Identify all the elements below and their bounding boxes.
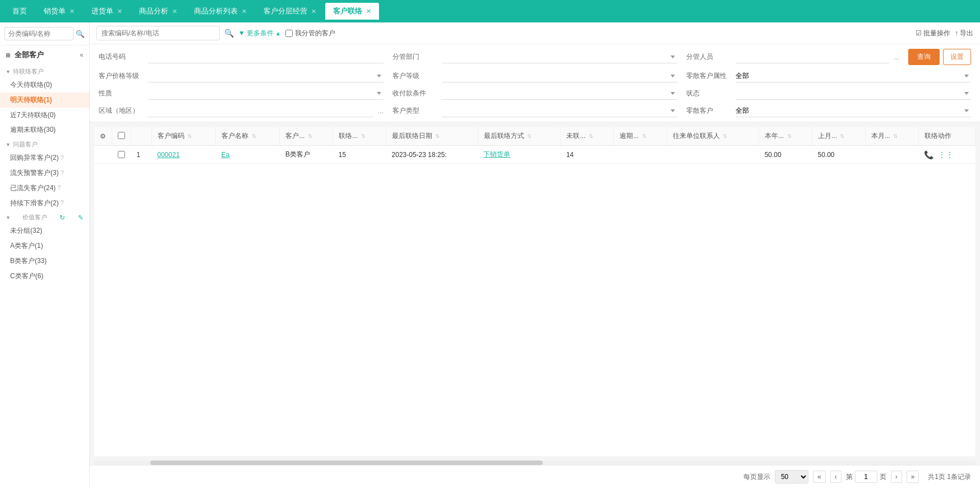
nav-purchase-close[interactable]: ✕	[117, 8, 122, 15]
filter-status-select[interactable]	[736, 87, 971, 100]
filter-retail-customer-select[interactable]: 全部	[736, 104, 971, 117]
nav-sales-close[interactable]: ✕	[70, 8, 75, 15]
query-button[interactable]: 查询	[908, 49, 940, 65]
settings-button[interactable]: 设置	[943, 49, 971, 65]
sort-icon-last-method[interactable]: ⇅	[527, 133, 531, 139]
edit-icon[interactable]: ✎	[78, 214, 84, 222]
filter-dept-row: 分管部门	[392, 49, 677, 65]
action-more-icon[interactable]: ⋮⋮	[938, 150, 954, 159]
filter-retail-attr-select[interactable]: 全部	[736, 70, 971, 82]
sort-icon-type[interactable]: ⇅	[308, 133, 312, 139]
gear-icon[interactable]: ⚙	[100, 132, 106, 140]
sidebar-item-repurchase[interactable]: 回购异常客户(2) ?	[0, 150, 89, 165]
sort-icon-name[interactable]: ⇅	[252, 133, 256, 139]
th-this-year: 本年... ⇅	[759, 127, 812, 146]
filter-customer-level-select[interactable]	[442, 70, 677, 82]
filter-phone-label: 电话号码	[99, 52, 144, 62]
sidebar-item-ungrouped[interactable]: 未分组(32)	[0, 223, 89, 238]
th-last-month: 上月... ⇅	[812, 127, 866, 146]
last-contact-method-link[interactable]: 下销货单	[483, 150, 510, 158]
td-name: Ea	[216, 146, 280, 164]
filter-region-ellipsis[interactable]: ...	[378, 107, 383, 115]
sort-icon-code[interactable]: ⇅	[187, 133, 192, 139]
customer-code-link[interactable]: 000021	[158, 151, 180, 159]
filter-customer-type-select[interactable]	[442, 104, 677, 117]
nav-item-home[interactable]: 首页	[4, 3, 35, 20]
sort-icon-last-date[interactable]: ⇅	[435, 133, 440, 139]
prev-page-btn[interactable]: ‹	[830, 471, 842, 483]
sidebar-item-week[interactable]: 近7天待联络(0)	[0, 108, 89, 123]
filter-region-input[interactable]	[148, 104, 373, 117]
sort-icon-this-year[interactable]: ⇅	[787, 133, 792, 139]
pending-contact-label: 待联络客户	[13, 67, 44, 76]
td-last-contact-method: 下销货单	[478, 146, 561, 164]
filter-region-row: 区域（地区） ...	[99, 104, 383, 117]
th-last-contact-method: 最后联络方式 ⇅	[478, 127, 561, 146]
sort-icon-no-contact[interactable]: ⇅	[589, 133, 593, 139]
sidebar-collapse-icon[interactable]: «	[80, 51, 84, 59]
more-conditions-button[interactable]: ▼ 更多条件 ▲	[238, 29, 281, 38]
page-input[interactable]	[855, 471, 877, 483]
help-icon-repurchase[interactable]: ?	[61, 154, 64, 162]
nav-customer-contact-label: 客户联络	[333, 6, 362, 16]
nav-item-purchase[interactable]: 进货单 ✕	[84, 3, 130, 20]
sort-icon-unit-contact[interactable]: ⇅	[723, 133, 727, 139]
sort-icon-contact[interactable]: ⇅	[361, 133, 366, 139]
next-page-btn[interactable]: ›	[891, 471, 902, 483]
sidebar-item-overdue[interactable]: 逾期未联络(30)	[0, 122, 89, 137]
my-customers-checkbox-label[interactable]: 我分管的客户	[285, 29, 335, 38]
grid-icon: ⊞	[6, 52, 10, 58]
sort-icon-last-month[interactable]: ⇅	[840, 133, 844, 139]
select-all-checkbox[interactable]	[118, 132, 125, 139]
nav-goods-analysis-close[interactable]: ✕	[172, 8, 177, 15]
search-button[interactable]: 🔍	[224, 29, 234, 38]
sidebar-item-tomorrow[interactable]: 明天待联络(1)	[0, 93, 89, 108]
nav-item-customer-tier[interactable]: 客户分层经营 ✕	[256, 3, 324, 20]
horizontal-scrollbar[interactable]	[94, 461, 976, 465]
export-button[interactable]: ↑ 导出	[955, 29, 973, 38]
filter-manager-ellipsis[interactable]: ...	[894, 53, 899, 61]
sidebar-item-today[interactable]: 今天待联络(0)	[0, 77, 89, 93]
refresh-icon[interactable]: ↻	[59, 214, 65, 222]
sort-icon-this-month[interactable]: ⇅	[893, 133, 898, 139]
sidebar-search-icon[interactable]: 🔍	[76, 30, 85, 38]
nav-customer-tier-close[interactable]: ✕	[311, 8, 316, 15]
help-icon-declining[interactable]: ?	[61, 199, 64, 207]
filter-dept-select[interactable]	[442, 50, 677, 63]
nav-goods-analysis-list-close[interactable]: ✕	[242, 8, 247, 15]
sidebar-all-customers[interactable]: ⊞ 全部客户 «	[0, 45, 89, 65]
help-icon-churn[interactable]: ?	[61, 169, 64, 177]
action-phone-icon[interactable]: 📞	[924, 150, 933, 159]
filter-manager-label: 分管人员	[686, 52, 731, 62]
sidebar-item-churned[interactable]: 已流失客户(24) ?	[0, 181, 89, 196]
first-page-btn[interactable]: «	[813, 471, 826, 483]
filter-payment-select[interactable]	[442, 87, 677, 100]
sidebar-item-class-a[interactable]: A类客户(1)	[0, 238, 89, 254]
sidebar-item-class-c[interactable]: C类客户(6)	[0, 269, 89, 284]
help-icon-churned[interactable]: ?	[57, 183, 61, 192]
filter-phone-input[interactable]	[148, 50, 383, 63]
sort-icon-overdue[interactable]: ⇅	[642, 133, 646, 139]
sidebar-item-churn-warning[interactable]: 流失预警客户(3) ?	[0, 165, 89, 181]
sidebar-search-input[interactable]	[4, 27, 73, 40]
customer-name-link[interactable]: Ea	[221, 151, 230, 159]
filter-value-level-select[interactable]	[148, 70, 383, 82]
row-checkbox[interactable]	[118, 151, 125, 158]
nav-customer-contact-close[interactable]: ✕	[366, 8, 371, 15]
nav-item-goods-analysis-list[interactable]: 商品分析列表 ✕	[186, 3, 255, 20]
filter-gender-select[interactable]	[148, 87, 383, 100]
search-input[interactable]	[96, 26, 220, 40]
my-customers-checkbox[interactable]	[285, 30, 293, 37]
nav-item-customer-contact[interactable]: 客户联络 ✕	[325, 3, 379, 20]
scrollbar-thumb[interactable]	[150, 461, 543, 465]
last-page-btn[interactable]: »	[907, 471, 919, 483]
nav-item-goods-analysis[interactable]: 商品分析 ✕	[131, 3, 185, 20]
batch-ops-button[interactable]: ☑ 批量操作	[916, 29, 950, 38]
per-page-select[interactable]: 50 20 100	[775, 470, 808, 484]
th-overdue: 逾期... ⇅	[614, 127, 667, 146]
nav-item-sales[interactable]: 销货单 ✕	[36, 3, 82, 20]
filter-manager-input[interactable]	[736, 50, 889, 63]
sidebar-item-class-b[interactable]: B类客户(33)	[0, 254, 89, 269]
td-overdue	[614, 146, 667, 164]
sidebar-item-declining[interactable]: 持续下滑客户(2) ?	[0, 196, 89, 211]
